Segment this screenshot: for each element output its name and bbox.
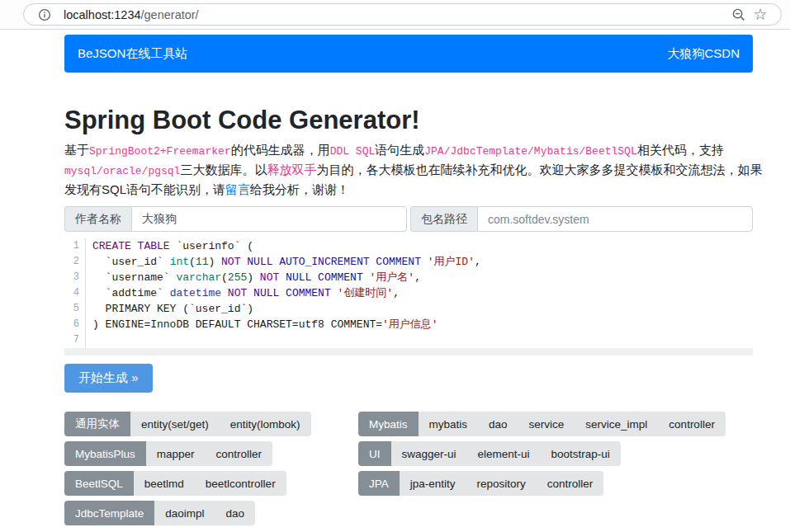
author-input-group: 作者名称 [64, 206, 407, 232]
line-number: 3 [64, 270, 86, 285]
group-label-button[interactable]: 通用实体 [64, 412, 130, 436]
url-text: localhost:1234/generator/ [64, 8, 728, 21]
message-link[interactable]: 留言 [225, 182, 250, 196]
description-line: 发现有SQL语句不能识别，请留言给我分析，谢谢！ [64, 181, 753, 199]
author-input[interactable] [131, 206, 407, 232]
template-option-button[interactable]: entity(set/get) [130, 412, 220, 436]
code-line[interactable]: 7 [64, 332, 753, 348]
template-groups: 通用实体entity(set/get)entity(lombok)Mybatis… [64, 412, 753, 525]
description-line: 基于SpringBoot2+Freemarker的代码生成器，用DDL SQL语… [64, 141, 753, 161]
description-text: 为目的，各大模板也在陆续补充和优化。欢迎大家多多提交模板和交流想法，如果 [316, 162, 762, 177]
code-line[interactable]: 1CREATE TABLE `userinfo` ( [64, 238, 753, 254]
template-option-button[interactable]: controller [658, 412, 726, 436]
template-option-button[interactable]: beetlmd [134, 471, 195, 496]
package-input-group: 包名路径 [410, 206, 753, 232]
template-option-button[interactable]: dao [215, 501, 256, 525]
code-line[interactable]: 2 `user_id` int(11) NOT NULL AUTO_INCREM… [64, 254, 753, 270]
code-line[interactable]: 6) ENGINE=InnoDB DEFAULT CHARSET=utf8 CO… [64, 317, 753, 332]
template-button-group: JPAjpa-entityrepositorycontroller [358, 471, 603, 496]
inline-code: mysql/oracle/pgsql [64, 165, 180, 177]
author-label: 作者名称 [64, 206, 131, 232]
settings-form: 作者名称 包名路径 [64, 206, 753, 232]
template-button-group: JdbcTemplatedaoimpldao [64, 501, 255, 525]
line-number: 2 [64, 254, 86, 270]
line-number: 4 [64, 285, 86, 301]
template-button-group: Mybatismybatisdaoserviceservice_implcont… [358, 412, 726, 436]
template-option-button[interactable]: element-ui [467, 441, 541, 466]
code-text: CREATE TABLE `userinfo` ( [86, 238, 253, 254]
code-text [86, 332, 92, 348]
description-text: 发现有SQL语句不能识别，请 [64, 182, 225, 196]
group-label-button[interactable]: MybatisPlus [64, 441, 146, 466]
description-text: 基于 [64, 143, 89, 157]
code-text: `username` varchar(255) NOT NULL COMMENT… [86, 270, 421, 285]
code-line[interactable]: 4 `addtime` datetime NOT NULL COMMENT '创… [64, 285, 753, 301]
code-line[interactable]: 5 PRIMARY KEY (`user_id`) [64, 301, 753, 317]
code-text: `addtime` datetime NOT NULL COMMENT '创建时… [86, 285, 400, 301]
page-title: Spring Boot Code Generator! [64, 104, 753, 137]
line-number: 6 [64, 317, 86, 332]
group-label-button[interactable]: Mybatis [358, 412, 419, 436]
inline-code: DDL SQL [330, 145, 376, 158]
template-option-button[interactable]: service [518, 412, 575, 436]
line-number: 5 [64, 301, 86, 317]
code-text: ) ENGINE=InnoDB DEFAULT CHARSET=utf8 COM… [86, 317, 438, 332]
template-button-group: MybatisPlusmappercontroller [64, 441, 272, 466]
generate-button[interactable]: 开始生成 » [64, 364, 153, 393]
template-option-button[interactable]: jpa-entity [400, 471, 466, 496]
description-text: 给我分析，谢谢！ [250, 182, 349, 196]
sql-code-editor[interactable]: 1CREATE TABLE `userinfo` (2 `user_id` in… [64, 238, 753, 348]
template-option-button[interactable]: controller [206, 441, 273, 466]
code-line[interactable]: 3 `username` varchar(255) NOT NULL COMME… [64, 270, 753, 285]
package-label: 包名路径 [410, 206, 477, 232]
group-label-button[interactable]: JdbcTemplate [64, 501, 154, 525]
description-text: 的代码生成器，用 [231, 143, 330, 157]
page-content: BeJSON在线工具站 大狼狗CSDN Spring Boot Code Gen… [64, 35, 753, 525]
group-label-button[interactable]: JPA [358, 471, 400, 496]
template-groups-right-column: Mybatismybatisdaoserviceservice_implcont… [358, 412, 726, 525]
template-button-group: UIswagger-uielement-uibootstrap-ui [358, 441, 621, 466]
template-option-button[interactable]: repository [466, 471, 537, 496]
template-option-button[interactable]: swagger-ui [391, 441, 467, 466]
inline-code: JPA/JdbcTemplate/Mybatis/BeetlSQL [424, 145, 636, 158]
line-number: 1 [64, 238, 86, 254]
template-option-button[interactable]: controller [537, 471, 604, 496]
bookmark-star-icon[interactable]: ☆ [750, 4, 771, 26]
template-option-button[interactable]: bootstrap-ui [541, 441, 621, 466]
zoom-out-icon[interactable] [728, 4, 750, 26]
inline-code: SpringBoot2+Freemarker [89, 145, 231, 158]
template-option-button[interactable]: mapper [146, 441, 206, 466]
navbar-right-link[interactable]: 大狼狗CSDN [667, 46, 740, 62]
navbar-brand[interactable]: BeJSON在线工具站 [78, 46, 187, 62]
group-label-button[interactable]: UI [358, 441, 391, 466]
template-groups-left-column: 通用实体entity(set/get)entity(lombok)Mybatis… [64, 412, 358, 525]
template-button-group: BeetlSQLbeetlmdbeetlcontroller [64, 471, 286, 496]
code-text: `user_id` int(11) NOT NULL AUTO_INCREMEN… [86, 254, 481, 270]
description: 基于SpringBoot2+Freemarker的代码生成器，用DDL SQL语… [64, 141, 753, 199]
description-line: mysql/oracle/pgsql三大数据库。以释放双手为目的，各大模板也在陆… [64, 161, 753, 181]
line-number: 7 [64, 332, 86, 348]
package-input[interactable] [477, 206, 753, 232]
template-option-button[interactable]: mybatis [419, 412, 479, 436]
template-option-button[interactable]: entity(lombok) [220, 412, 311, 436]
template-option-button[interactable]: dao [478, 412, 518, 436]
address-bar[interactable]: localhost:1234/generator/ ☆ [23, 3, 782, 26]
description-text: 三大数据库。以 [180, 162, 267, 177]
editor-scrollbar[interactable] [64, 348, 753, 355]
browser-chrome: localhost:1234/generator/ ☆ [0, 0, 790, 30]
group-label-button[interactable]: BeetlSQL [64, 471, 134, 496]
description-text: 相关代码，支持 [637, 143, 724, 157]
template-option-button[interactable]: daoimpl [154, 501, 215, 525]
description-text: 释放双手 [267, 162, 316, 177]
site-info-icon[interactable] [34, 4, 55, 26]
code-text: PRIMARY KEY (`user_id`) [86, 301, 253, 317]
template-button-group: 通用实体entity(set/get)entity(lombok) [64, 412, 311, 436]
template-option-button[interactable]: beetlcontroller [195, 471, 286, 496]
template-option-button[interactable]: service_impl [575, 412, 658, 436]
navbar: BeJSON在线工具站 大狼狗CSDN [64, 35, 753, 73]
description-text: 语句生成 [375, 143, 424, 157]
